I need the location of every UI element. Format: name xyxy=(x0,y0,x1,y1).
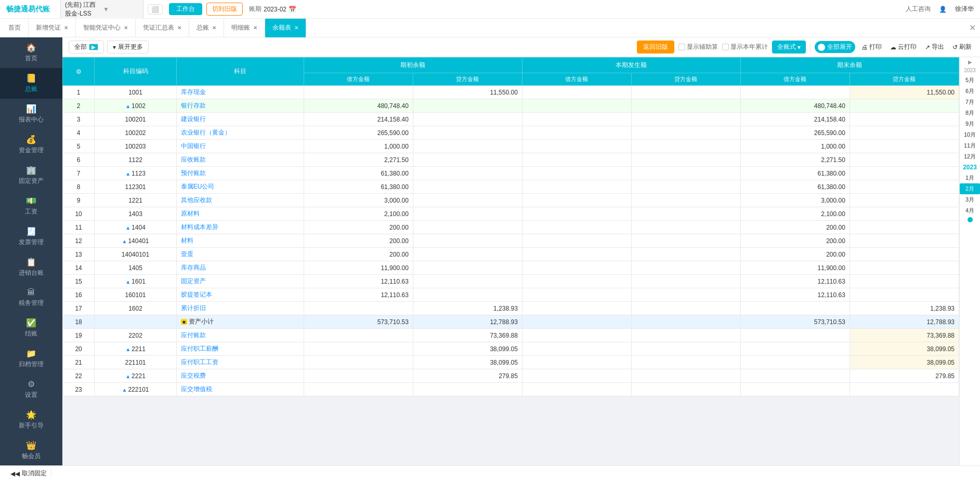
expand-arrow-icon[interactable]: ▲ xyxy=(122,387,127,393)
subject-cell[interactable]: 材料成本差异 xyxy=(176,221,304,234)
sidebar-item-home[interactable]: 🏠 首页 xyxy=(0,37,62,68)
cp-credit-cell xyxy=(631,126,740,140)
cancel-fixed-button[interactable]: ◀◀ 取消固定 xyxy=(6,469,51,478)
sidebar-item-ledger[interactable]: 📒 总账 xyxy=(0,68,62,99)
return-old-version-button[interactable]: 返回旧版 xyxy=(637,41,674,54)
export-button[interactable]: ↗ 导出 xyxy=(923,43,946,51)
cp-debit-cell xyxy=(522,113,631,126)
style-button[interactable]: 全账式 ▾ xyxy=(772,41,806,54)
close-icon[interactable]: ✕ xyxy=(177,25,181,31)
sidebar-item-close[interactable]: ✅ 结账 xyxy=(0,313,62,343)
right-month-1[interactable]: 1月 xyxy=(960,172,980,183)
subject-cell[interactable]: 建设银行 xyxy=(176,113,304,126)
tab-detail-ledger[interactable]: 明细账✕ xyxy=(224,19,265,37)
right-month-5[interactable]: 5月 xyxy=(960,75,980,86)
subject-cell[interactable]: 累计折旧 xyxy=(176,302,304,315)
expand-arrow-icon[interactable]: ▲ xyxy=(125,373,130,379)
right-month-7[interactable]: 7月 xyxy=(960,97,980,108)
subject-cell[interactable]: 农业银行（黄金） xyxy=(176,126,304,140)
right-panel-collapse-arrow[interactable]: ▶ xyxy=(968,59,972,65)
company-selector[interactable]: (先前) 江西股金-LSS ▼ xyxy=(60,0,143,20)
right-month-11[interactable]: 11月 xyxy=(960,140,980,151)
sidebar-item-fixed-assets[interactable]: 🏢 固定资产 xyxy=(0,160,62,191)
pb-credit-cell xyxy=(413,167,522,180)
tab-home[interactable]: 首页 xyxy=(4,19,29,37)
expand-arrow-icon[interactable]: ▲ xyxy=(125,279,130,285)
show-aux-checkbox[interactable]: 显示辅助算 xyxy=(678,43,718,51)
subject-cell[interactable]: 应交增值税 xyxy=(176,383,304,396)
year-checkbox-box[interactable] xyxy=(722,44,729,50)
copy-button[interactable]: ⬜ xyxy=(148,4,163,15)
close-icon[interactable]: ✕ xyxy=(64,25,68,31)
expand-arrow-icon[interactable]: ▲ xyxy=(125,103,130,109)
table-row: 14 1405 库存商品 11,900.00 11,900.00 xyxy=(63,261,959,275)
right-month-2-active[interactable]: 2月 xyxy=(960,183,980,194)
close-icon[interactable]: ✕ xyxy=(212,25,216,31)
subject-cell[interactable]: 库存商品 xyxy=(176,261,304,275)
tab-add-voucher[interactable]: 新增凭证✕ xyxy=(29,19,76,37)
right-month-12[interactable]: 12月 xyxy=(960,151,980,162)
right-month-6[interactable]: 6月 xyxy=(960,86,980,97)
right-month-3[interactable]: 3月 xyxy=(960,194,980,205)
subject-cell[interactable]: 中国银行 xyxy=(176,140,304,153)
all-filter-arrow[interactable]: ▶ xyxy=(89,44,98,50)
subject-cell[interactable]: 泰属EU公司 xyxy=(176,180,304,194)
expand-all-toggle[interactable]: 全部展开 xyxy=(815,41,855,53)
calendar-icon[interactable]: 📅 xyxy=(289,6,296,13)
refresh-button[interactable]: ↺ 刷新 xyxy=(950,43,974,51)
switch-version-button[interactable]: 切到旧版 xyxy=(206,3,243,16)
subject-cell[interactable]: 应付职工工资 xyxy=(176,356,304,369)
all-filter-button[interactable]: 全部 ▶ xyxy=(69,41,104,54)
sidebar-item-vip[interactable]: 👑 畅会员 xyxy=(0,435,62,465)
expand-arrow-icon[interactable]: ▲ xyxy=(125,225,130,231)
subject-cell[interactable]: 原材料 xyxy=(176,207,304,221)
tab-smart-voucher[interactable]: 智能凭证中心✕ xyxy=(76,19,136,37)
subject-cell[interactable]: 库存现金 xyxy=(176,86,304,99)
work-button[interactable]: 工作台 xyxy=(169,3,202,15)
aux-checkbox-box[interactable] xyxy=(678,44,685,50)
close-all-tabs[interactable]: ✕ xyxy=(969,23,976,33)
right-month-4[interactable]: 4月 xyxy=(960,205,980,216)
right-month-9[interactable]: 9月 xyxy=(960,118,980,129)
expand-arrow-icon[interactable]: ▲ xyxy=(125,346,130,352)
subject-cell[interactable]: 应付职工薪酬 xyxy=(176,342,304,356)
subject-cell[interactable]: 固定资产 xyxy=(176,275,304,288)
print-button[interactable]: 🖨 打印 xyxy=(859,43,884,51)
subject-cell[interactable]: 壹蛋 xyxy=(176,248,304,261)
subject-cell[interactable]: 其他应收款 xyxy=(176,194,304,207)
subject-cell[interactable]: 胶提签记本 xyxy=(176,288,304,302)
tab-voucher-summary[interactable]: 凭证汇总表✕ xyxy=(136,19,189,37)
sidebar-item-purchase-sales[interactable]: 📋 进销台账 xyxy=(0,252,62,283)
sidebar-item-funds[interactable]: 💰 资金管理 xyxy=(0,129,62,160)
subject-cell[interactable]: 材料 xyxy=(176,234,304,248)
close-icon[interactable]: ✕ xyxy=(124,25,128,31)
right-month-8[interactable]: 8月 xyxy=(960,108,980,118)
subject-cell[interactable]: 应付账款 xyxy=(176,329,304,342)
ai-consult-link[interactable]: 人工咨询 xyxy=(906,5,931,14)
expand-more-button[interactable]: ▾ 展开更多 xyxy=(107,41,149,54)
sidebar-item-salary[interactable]: 💵 工资 xyxy=(0,191,62,221)
cloud-print-button[interactable]: ☁ 云打印 xyxy=(888,43,919,51)
close-icon[interactable]: ✕ xyxy=(253,25,257,31)
subject-cell[interactable]: 银行存款 xyxy=(176,99,304,113)
settings-col-header[interactable]: ⚙ xyxy=(63,58,95,86)
code-cell: 100203 xyxy=(95,140,177,153)
sidebar-item-settings[interactable]: ⚙ 设置 xyxy=(0,374,62,405)
sidebar-item-invoice[interactable]: 🧾 发票管理 xyxy=(0,221,62,252)
expand-arrow-icon[interactable]: ▲ xyxy=(125,171,130,177)
subject-cell[interactable]: 应收账款 xyxy=(176,153,304,167)
expand-arrow-icon[interactable]: ▲ xyxy=(122,238,127,244)
close-icon[interactable]: ✕ xyxy=(294,25,298,31)
right-month-10[interactable]: 10月 xyxy=(960,129,980,140)
subject-cell[interactable]: 预付账款 xyxy=(176,167,304,180)
sidebar-item-guide[interactable]: 🌟 新手引导 xyxy=(0,405,62,435)
tab-general-ledger[interactable]: 总账✕ xyxy=(189,19,224,37)
table-row: 21 221101 应付职工工资 38,099.05 38,099.05 xyxy=(63,356,959,369)
subject-cell[interactable]: 应交税费 xyxy=(176,369,304,383)
tab-balance[interactable]: 余额表✕ xyxy=(265,19,306,37)
sidebar-item-reports[interactable]: 📊 报表中心 xyxy=(0,99,62,129)
sidebar-item-tax[interactable]: 🏛 税务管理 xyxy=(0,283,62,313)
show-year-checkbox[interactable]: 显示本年累计 xyxy=(722,43,768,51)
sidebar-item-archive[interactable]: 📁 归档管理 xyxy=(0,343,62,374)
pb-credit-cell xyxy=(413,153,522,167)
